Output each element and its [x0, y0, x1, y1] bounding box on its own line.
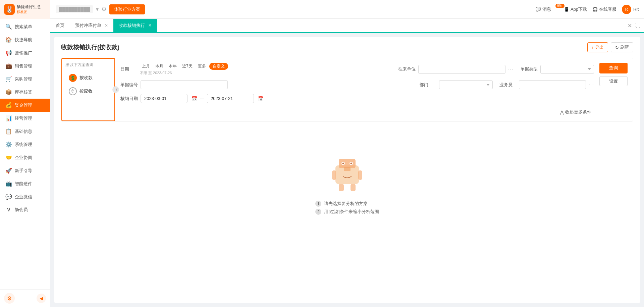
filter-wrapper: 按以下方案查询 💲 按收款 ⏱ 按应收 《 [61, 58, 633, 121]
bill-no-label: 单据编号 [120, 82, 138, 88]
writeoff-date-from-input[interactable] [141, 94, 187, 103]
tip-num-1: 1 [315, 201, 321, 207]
filter-by-receivable[interactable]: ⏱ 按应收 [65, 85, 111, 98]
sidebar-item-wechat[interactable]: 💬 企业微信 [0, 190, 50, 203]
sidebar-item-fund[interactable]: 💰 资金管理 [0, 99, 50, 112]
tab-close-all-button[interactable]: ✕ [628, 22, 632, 29]
wechat-icon: 💬 [5, 194, 12, 200]
sidebar-item-hardware[interactable]: 📺 智能硬件 [0, 177, 50, 190]
sidebar-item-inventory[interactable]: 📦 库存核算 [0, 86, 50, 99]
tab-bar: 首页 预付冲应付单 ✕ 收款核销执行 ✕ ✕ ⛶ [50, 19, 644, 33]
export-button[interactable]: ↑ 导出 [587, 42, 608, 52]
tab-prepaid-offset[interactable]: 预付冲应付单 ✕ [70, 19, 113, 33]
sidebar-item-sys[interactable]: ⚙️ 系统管理 [0, 138, 50, 151]
quick-nav-icon: 🏠 [5, 37, 12, 43]
gear-button[interactable]: ⚙ [101, 6, 107, 13]
sidebar-item-marketing[interactable]: 📢 营销推广 [0, 46, 50, 59]
filter-row-1: 日期 上月 本月 本年 近7天 更多 自定义 [120, 63, 594, 75]
writeoff-to-calendar-icon[interactable]: 📅 [258, 96, 264, 101]
sidebar-item-basic-info[interactable]: 📋 基础信息 [0, 125, 50, 138]
staff-dots-button[interactable]: ··· [589, 82, 594, 88]
company-dropdown-icon[interactable]: ▾ [96, 6, 99, 12]
writeoff-date-to-input[interactable] [207, 94, 254, 103]
staff-input[interactable] [519, 80, 586, 89]
tab-prepaid-close-icon[interactable]: ✕ [105, 23, 108, 28]
bill-type-select[interactable] [540, 65, 594, 74]
refresh-button[interactable]: ↻ 刷新 [611, 42, 633, 52]
sidebar-item-member[interactable]: V 畅会员 [0, 203, 50, 216]
service-label: 在线客服 [599, 6, 616, 12]
tab-receipt-offset[interactable]: 收款核销执行 ✕ [113, 19, 157, 33]
user-area: R Rit [622, 5, 639, 14]
sidebar-item-beginner[interactable]: 🚀 新手引导 [0, 164, 50, 177]
sidebar-collapse-button[interactable]: ◀ [37, 294, 46, 303]
message-button[interactable]: 💬 消息 99+ [536, 6, 558, 12]
tab-receipt-close-icon[interactable]: ✕ [148, 23, 152, 28]
marketing-icon: 📢 [5, 50, 12, 56]
last-month-button[interactable]: 上月 [140, 63, 152, 70]
svg-point-5 [351, 163, 352, 164]
writeoff-date-field: 核销日期 📅 — 📅 [120, 94, 264, 103]
counterpart-input[interactable] [418, 65, 505, 74]
app-download-button[interactable]: 📱 App下载 [564, 6, 587, 12]
counterpart-dots-button[interactable]: ··· [508, 66, 514, 72]
search-menu-icon: 🔍 [5, 23, 12, 30]
message-icon: 💬 [536, 7, 541, 12]
sales-icon: 💼 [5, 63, 12, 69]
sidebar-item-search-menu[interactable]: 🔍 搜索菜单 [0, 20, 50, 33]
user-avatar: R [622, 5, 631, 14]
filter-by-receipt[interactable]: 💲 按收款 [65, 71, 111, 85]
sidebar-item-label: 销售管理 [15, 63, 32, 69]
date-label: 日期 [120, 66, 137, 72]
filter-panel-title: 按以下方案查询 [65, 62, 111, 68]
dept-select[interactable] [439, 80, 493, 89]
sidebar-item-enterprise-collab[interactable]: 🤝 企业协同 [0, 151, 50, 164]
top-header: ██████████ ▾ ⚙ 体验行业方案 💬 消息 99+ 📱 App下载 🎧… [50, 0, 644, 19]
filter-actions: 查询 设置 [599, 58, 633, 121]
empty-robot-illustration [327, 154, 367, 194]
svg-rect-7 [332, 170, 336, 180]
app-edition: 标准版 [17, 10, 41, 14]
trial-button[interactable]: 体验行业方案 [109, 4, 145, 14]
filter-panel-collapse-button[interactable]: 《 [112, 86, 119, 93]
writeoff-from-calendar-icon[interactable]: 📅 [192, 96, 197, 101]
hardware-icon: 📺 [5, 181, 12, 187]
collapse-more-bar: ⋀ 收起更多条件 [120, 108, 594, 116]
more-date-button[interactable]: 更多 [196, 63, 208, 70]
app-icon: 📱 [564, 7, 569, 12]
last-7days-button[interactable]: 近7天 [180, 63, 195, 70]
sidebar-item-label: 智能硬件 [15, 181, 32, 187]
sidebar-item-label: 库存核算 [15, 89, 32, 95]
sidebar-item-label: 采购管理 [15, 76, 32, 82]
this-year-button[interactable]: 本年 [167, 63, 179, 70]
sidebar-item-sales[interactable]: 💼 销售管理 [0, 59, 50, 72]
date-sublabel: 不限 至 2023-07-26 [140, 70, 228, 75]
query-button[interactable]: 查询 [599, 63, 628, 73]
tab-maximize-button[interactable]: ⛶ [635, 22, 641, 29]
collapse-more-button[interactable]: ⋀ 收起更多条件 [557, 108, 594, 116]
tab-home[interactable]: 首页 [50, 19, 70, 33]
settings-icon[interactable]: ⚙ [4, 293, 15, 304]
bill-type-label: 单据类型 [520, 66, 538, 72]
sidebar-item-operation[interactable]: 📊 经营管理 [0, 112, 50, 125]
by-receivable-label: 按应收 [79, 88, 93, 94]
empty-state: 1 请先选择要分析的方案 2 用[过滤]条件来缩小分析范围 [61, 127, 633, 242]
collab-icon: 🤝 [5, 154, 12, 161]
tip-text-1: 请先选择要分析的方案 [324, 201, 368, 207]
inventory-icon: 📦 [5, 89, 12, 95]
app-name: 畅捷通好生意 [17, 4, 41, 10]
sidebar-item-purchase[interactable]: 🛒 采购管理 [0, 72, 50, 86]
online-service-button[interactable]: 🎧 在线客服 [592, 6, 616, 12]
page-title-bar: 收款核销执行(按收款) ↑ 导出 ↻ 刷新 [61, 42, 633, 52]
tip-num-2: 2 [315, 209, 321, 215]
settings-button[interactable]: 设置 [599, 76, 628, 86]
custom-date-button[interactable]: 自定义 [209, 63, 228, 70]
header-right: 💬 消息 99+ 📱 App下载 🎧 在线客服 R Rit [536, 5, 639, 14]
page-actions: ↑ 导出 ↻ 刷新 [587, 42, 634, 52]
this-month-button[interactable]: 本月 [153, 63, 165, 70]
sidebar-item-quick-nav[interactable]: 🏠 快捷导航 [0, 33, 50, 46]
bill-no-input[interactable] [141, 80, 228, 89]
by-receipt-icon: 💲 [69, 74, 77, 82]
collapse-chevron-icon: ⋀ [560, 110, 564, 115]
message-label: 消息 [542, 6, 551, 12]
